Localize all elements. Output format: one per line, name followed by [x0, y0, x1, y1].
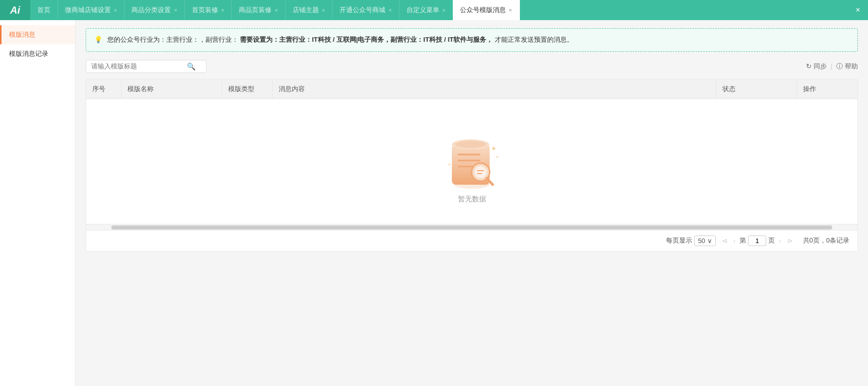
content-area: 💡 您的公众号行业为：主营行业：，副营行业： 需要设置为：主营行业：IT科技 /…: [76, 20, 868, 386]
empty-text: 暂无数据: [458, 195, 486, 204]
sidebar-item-label: 模版消息记录: [9, 50, 48, 57]
tab-label: 首页装修: [192, 6, 218, 15]
main-layout: 模版消息 模版消息记录 💡 您的公众号行业为：主营行业：，副营行业： 需要设置为…: [0, 20, 868, 386]
svg-point-13: [492, 147, 495, 150]
data-table: 序号 模版名称 模版类型 消息内容 状态 操作: [86, 79, 858, 252]
col-label: 模版名称: [127, 85, 154, 93]
search-input[interactable]: [91, 62, 187, 70]
divider: |: [831, 62, 832, 70]
svg-point-9: [475, 166, 487, 178]
notice-prefix: 您的公众号行业为：主营行业：，副营行业：: [107, 36, 238, 43]
col-label: 操作: [803, 85, 816, 93]
sidebar-item-template-msg[interactable]: 模版消息: [0, 25, 75, 44]
per-page-label: 每页显示: [666, 236, 692, 245]
tab-label: 公众号模版消息: [460, 6, 506, 15]
table-header: 序号 模版名称 模版类型 消息内容 状态 操作: [86, 80, 857, 99]
col-header-seq: 序号: [86, 80, 121, 99]
pagination: 每页显示 50 ∨ ⊲ ‹ 第 页 › ⊳: [86, 230, 857, 251]
tab-product-decoration[interactable]: 商品页装修 ×: [232, 0, 285, 20]
total-info: 共0页，0条记录: [803, 236, 849, 245]
search-input-wrap[interactable]: 🔍: [86, 60, 207, 73]
sidebar-item-label: 模版消息: [9, 31, 35, 38]
col-header-name: 模版名称: [121, 80, 222, 99]
tab-label: 开通公众号商城: [340, 6, 385, 15]
scrollbar-thumb[interactable]: [111, 225, 832, 229]
next-page-button[interactable]: ›: [777, 236, 783, 246]
search-icon[interactable]: 🔍: [187, 62, 195, 70]
col-label: 序号: [92, 85, 105, 93]
empty-illustration: [439, 129, 505, 195]
tab-label: 微商城店铺设置: [65, 6, 111, 15]
per-page-select: 每页显示 50 ∨: [666, 236, 715, 246]
per-page-value: 50: [698, 237, 705, 245]
sidebar-item-template-msg-record[interactable]: 模版消息记录: [0, 44, 75, 63]
tab-close-icon[interactable]: ×: [275, 7, 278, 13]
last-page-button[interactable]: ⊳: [785, 236, 795, 246]
notice-highlight: 需要设置为：主营行业：IT科技 / 互联网|电子商务，副营行业：IT科技 / I…: [240, 36, 493, 43]
sync-label: 同步: [814, 62, 827, 70]
chevron-down-icon: ∨: [707, 237, 712, 245]
top-nav: Ai 首页 微商城店铺设置 × 商品分类设置 × 首页装修 × 商品页装修 ×: [0, 0, 868, 20]
tab-shop-settings[interactable]: 微商城店铺设置 ×: [58, 0, 124, 20]
tab-home-label: 首页: [37, 6, 50, 15]
help-button[interactable]: ⓘ 帮助: [836, 62, 858, 71]
tab-homepage-decoration[interactable]: 首页装修 ×: [185, 0, 232, 20]
col-header-status: 状态: [716, 80, 797, 99]
col-label: 状态: [722, 85, 736, 93]
svg-point-15: [448, 164, 450, 166]
tab-close-icon[interactable]: ×: [388, 7, 391, 13]
notice-box: 💡 您的公众号行业为：主营行业：，副营行业： 需要设置为：主营行业：IT科技 /…: [86, 28, 858, 52]
search-actions: ↻ 同步 | ⓘ 帮助: [806, 62, 858, 71]
tab-label: 店铺主题: [293, 6, 319, 15]
tab-close-icon[interactable]: ×: [174, 7, 177, 13]
tab-close-icon[interactable]: ×: [221, 7, 224, 13]
per-page-dropdown[interactable]: 50 ∨: [694, 236, 715, 246]
col-header-content: 消息内容: [273, 80, 716, 99]
search-bar: 🔍 ↻ 同步 | ⓘ 帮助: [86, 60, 858, 73]
tab-custom-menu[interactable]: 自定义菜单 ×: [399, 0, 453, 20]
page-label: 第: [740, 236, 746, 245]
tab-template-msg[interactable]: 公众号模版消息 ×: [453, 0, 519, 20]
tab-home[interactable]: 首页: [30, 0, 58, 20]
col-header-type: 模版类型: [222, 80, 273, 99]
tab-close-icon[interactable]: ×: [442, 7, 445, 13]
tab-shop-theme[interactable]: 店铺主题 ×: [286, 0, 332, 20]
prev-page-button[interactable]: ‹: [731, 236, 738, 246]
col-label: 模版类型: [228, 85, 254, 93]
tab-label: 商品页装修: [239, 6, 272, 15]
tab-close-icon[interactable]: ×: [114, 7, 117, 13]
logo-text: Ai: [10, 5, 20, 16]
page-input[interactable]: [748, 236, 766, 246]
col-header-action: 操作: [797, 80, 857, 99]
help-label: 帮助: [845, 62, 858, 70]
svg-point-14: [496, 156, 498, 158]
notice-icon: 💡: [94, 36, 102, 43]
empty-state: 暂无数据: [86, 99, 857, 224]
tab-open-mall[interactable]: 开通公众号商城 ×: [332, 0, 399, 20]
sync-button[interactable]: ↻ 同步: [806, 62, 827, 71]
col-label: 消息内容: [279, 85, 305, 93]
svg-point-4: [455, 141, 486, 148]
tab-close-icon[interactable]: ×: [322, 7, 325, 13]
horizontal-scrollbar[interactable]: [86, 224, 857, 230]
page-navigation: ⊲ ‹ 第 页 › ⊳: [720, 236, 795, 246]
window-close-button[interactable]: ×: [848, 0, 868, 20]
close-icon: ×: [855, 6, 860, 15]
tab-close-icon[interactable]: ×: [509, 7, 512, 13]
sidebar: 模版消息 模版消息记录: [0, 20, 76, 386]
nav-tabs: 首页 微商城店铺设置 × 商品分类设置 × 首页装修 × 商品页装修 × 店铺主…: [30, 0, 848, 20]
first-page-button[interactable]: ⊲: [720, 236, 729, 246]
app-logo: Ai: [0, 0, 30, 20]
notice-suffix: 才能正常发送预置的消息。: [495, 36, 573, 43]
tab-label: 自定义菜单: [407, 6, 439, 15]
page-unit: 页: [768, 236, 775, 245]
tab-label: 商品分类设置: [131, 6, 171, 15]
tab-category-settings[interactable]: 商品分类设置 ×: [124, 0, 184, 20]
